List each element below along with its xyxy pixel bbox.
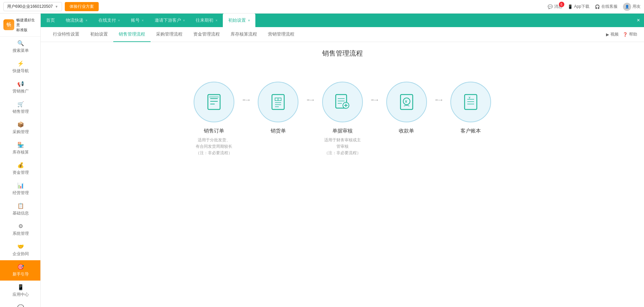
gear-icon: ⚙: [18, 223, 23, 229]
arrow-icon-3: --→: [371, 96, 378, 104]
sub-tab-purchase-flow[interactable]: 采购管理流程: [151, 27, 188, 42]
sidebar-item-label: 系统管理: [13, 231, 29, 237]
sidebar-item-basic[interactable]: 📋 基础信息: [0, 199, 40, 220]
messages-button[interactable]: 💬 消息 6: [548, 4, 562, 9]
lightning-icon: ⚡: [17, 60, 24, 67]
tab-payment[interactable]: 在线支付 ×: [93, 14, 125, 27]
sub-tab-capital-flow-label: 资金管理流程: [193, 31, 220, 37]
sidebar-item-app-center[interactable]: 📱 应用中心: [0, 281, 40, 301]
flow-circle-sales-order[interactable]: [194, 82, 234, 122]
tab-home[interactable]: 首页: [41, 14, 60, 27]
sidebar-item-enterprise-wechat[interactable]: 💬 企业微信: [0, 301, 40, 307]
flow-item-sales-invoice: 销货单: [251, 82, 305, 137]
user-profile-button[interactable]: 👤 用友: [623, 3, 641, 11]
app-download-button[interactable]: 📱 App下载: [568, 4, 589, 9]
flow-label-sales-order: 销售订单: [204, 128, 224, 134]
tab-period-begin[interactable]: 往来期初 ×: [190, 14, 223, 27]
flow-label-sales-invoice: 销货单: [271, 128, 286, 134]
trial-button[interactable]: 体验行业方案: [65, 2, 99, 11]
sidebar-item-inventory[interactable]: 🏪 库存核算: [0, 138, 40, 159]
help-button[interactable]: ❓ 帮助: [623, 32, 637, 37]
broadcast-icon: 📢: [17, 81, 24, 87]
sub-tab-purchase-flow-label: 采购管理流程: [156, 31, 182, 37]
headset-icon: 🎧: [595, 4, 600, 9]
sidebar-item-sales[interactable]: 🛒 销售管理: [0, 98, 40, 118]
tab-account-close[interactable]: ×: [142, 19, 144, 22]
flow-chart: 销售订单 适用于分批发货、有合同发货周期较长（注：非必要流程） --→: [47, 75, 637, 163]
flow-circle-document-audit[interactable]: [322, 82, 363, 122]
user-name-label: 用友: [632, 4, 641, 9]
tab-logistics-close[interactable]: ×: [85, 19, 87, 22]
target-icon: 🎯: [17, 264, 24, 270]
flow-arrow-1: --→: [241, 96, 251, 104]
tab-home-label: 首页: [46, 17, 55, 23]
sidebar-item-operations[interactable]: 📊 经营管理: [0, 179, 40, 199]
sidebar-item-label: 快捷导航: [13, 68, 29, 74]
mobile-icon: 📱: [17, 284, 24, 290]
sub-tab-inventory-flow[interactable]: 库存核算流程: [225, 27, 262, 42]
tab-invite-customer[interactable]: 邀请下游客户 ×: [149, 14, 191, 27]
sub-tab-industry-settings-label: 行业特性设置: [53, 31, 79, 37]
flow-item-document-audit: 单据审核 适用于财务审核或主管审核（注：非必要流程）: [315, 82, 370, 157]
top-bar-right: 💬 消息 6 📱 App下载 🎧 在线客服 👤 用友: [548, 3, 641, 11]
sidebar-item-label: 搜索菜单: [13, 48, 29, 54]
flow-circle-sales-invoice[interactable]: [258, 82, 298, 122]
user-label: 用户690企业1660120507: [7, 4, 53, 9]
sidebar-item-label: 应用中心: [13, 292, 29, 298]
video-label: 视频: [610, 32, 619, 37]
tab-init-settings-close[interactable]: ×: [248, 19, 250, 22]
message-badge: 6: [559, 2, 564, 7]
clipboard-icon: 📋: [17, 203, 24, 209]
sub-tab-industry-settings[interactable]: 行业特性设置: [47, 27, 85, 42]
sidebar-item-system[interactable]: ⚙ 系统管理: [0, 220, 40, 240]
tab-account[interactable]: 账号 ×: [125, 14, 149, 27]
sidebar-item-search[interactable]: 🔍 搜索菜单: [0, 37, 40, 57]
sales-order-icon: [204, 93, 223, 111]
sub-tab-sales-flow-label: 销售管理流程: [119, 31, 145, 37]
nav-tabs: 首页 物流快递 × 在线支付 × 账号 × 邀请下游客户 × 往来期初 ×: [41, 14, 644, 27]
flow-arrow-3: --→: [370, 96, 379, 104]
video-help-button[interactable]: ▶ 视频: [606, 32, 619, 37]
page-title: 销售管理流程: [47, 49, 637, 58]
tab-invite-customer-label: 邀请下游客户: [155, 17, 181, 23]
flow-circle-receipt-order[interactable]: ¥: [386, 82, 427, 122]
flow-item-sales-order: 销售订单 适用于分批发货、有合同发货周期较长（注：非必要流程）: [187, 82, 241, 157]
sidebar-item-marketing-promo[interactable]: 📢 营销推广: [0, 77, 40, 98]
sidebar-item-quicknav[interactable]: ⚡ 快捷导航: [0, 57, 40, 77]
sub-tab-right-actions: ▶ 视频 ❓ 帮助: [606, 32, 637, 37]
sub-tab-init-settings-label: 初始设置: [90, 31, 108, 37]
sub-tab-sales-flow[interactable]: 销售管理流程: [113, 27, 151, 42]
receipt-order-icon: ¥: [397, 93, 416, 111]
customer-service-button[interactable]: 🎧 在线客服: [595, 4, 618, 9]
tab-init-settings[interactable]: 初始设置 ×: [223, 14, 255, 27]
sidebar-item-finance[interactable]: 💰 资金管理: [0, 159, 40, 179]
svg-rect-4: [209, 96, 219, 98]
sidebar-item-label: 营销推广: [13, 88, 29, 94]
sub-tab-inventory-flow-label: 库存核算流程: [231, 31, 257, 37]
flow-desc-document-audit: 适用于财务审核或主管审核（注：非必要流程）: [324, 137, 361, 157]
sidebar-item-purchase[interactable]: 📦 采购管理: [0, 118, 40, 138]
sidebar-item-enterprise-collab[interactable]: 🤝 企业协同: [0, 240, 40, 260]
sub-tab-marketing-flow[interactable]: 营销管理流程: [262, 27, 300, 42]
tab-payment-close[interactable]: ×: [118, 19, 120, 22]
sub-tab-init-settings[interactable]: 初始设置: [85, 27, 113, 42]
tab-period-begin-close[interactable]: ×: [215, 19, 217, 22]
sidebar-item-label: 销售管理: [13, 109, 29, 115]
app-download-label: App下载: [574, 4, 589, 9]
sales-invoice-icon: [269, 93, 288, 111]
flow-label-customer-account: 客户账本: [461, 128, 481, 134]
tab-logistics-label: 物流快递: [66, 17, 83, 23]
svg-text:¥: ¥: [405, 99, 407, 104]
user-select[interactable]: 用户690企业1660120507 ▼: [3, 2, 62, 11]
sidebar-item-newbie-guide[interactable]: 🎯 新手引导: [0, 260, 40, 281]
flow-circle-customer-account[interactable]: ¥: [450, 82, 491, 122]
tab-payment-label: 在线支付: [98, 17, 116, 23]
chart-icon: 📊: [17, 182, 24, 189]
sub-tab-capital-flow[interactable]: 资金管理流程: [188, 27, 225, 42]
nav-close-all-button[interactable]: ×: [633, 17, 644, 23]
logo-text: 畅捷通好生意标准版: [16, 18, 37, 32]
question-icon: ❓: [623, 32, 628, 37]
tab-logistics[interactable]: 物流快递 ×: [60, 14, 93, 27]
store-icon: 🏪: [17, 142, 24, 148]
tab-invite-customer-close[interactable]: ×: [183, 19, 185, 22]
